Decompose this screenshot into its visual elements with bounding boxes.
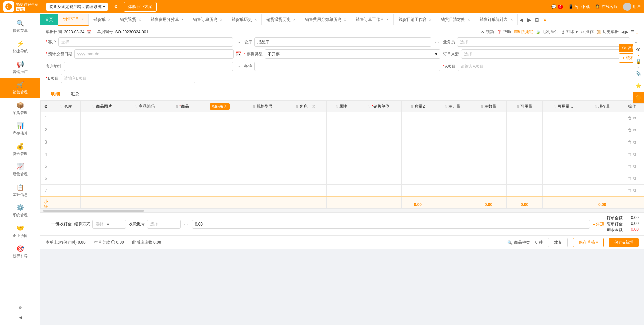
prev-record-btn[interactable]: ◀ [621,30,624,34]
cell-quantity2[interactable] [401,160,434,172]
sidebar-item-enterprise[interactable]: 🤝 企业协同 [0,221,40,242]
cell-spec[interactable] [241,160,284,172]
copy-icon[interactable]: ⧉ [633,140,636,145]
cell-main-qty[interactable] [470,148,506,160]
sidebar-item-guide[interactable]: 🎯 新手引导 [0,242,40,262]
tab-close-all-btn[interactable]: ✕ [541,14,549,25]
cell-image[interactable] [81,172,123,185]
cell-attributes[interactable] [327,160,356,172]
cell-spec[interactable] [241,124,284,136]
cell-customer-code[interactable] [284,136,327,148]
cell-current-qty[interactable] [584,112,620,124]
payment-method-select[interactable]: 选择... ▾ [92,220,126,229]
sidebar-item-purchase[interactable]: 📦 采购管理 [0,98,40,119]
add-btn[interactable]: ● 添加 [593,221,604,227]
cell-code[interactable] [123,185,166,197]
cell-main-unit[interactable] [434,172,470,185]
sidebar-item-system[interactable]: ⚙️ 系统管理 [0,201,40,221]
tab-order-workbench[interactable]: 销售订单工作台 × [351,14,394,25]
cell-main-unit[interactable] [434,112,470,124]
cell-actions[interactable]: 🗑 ⧉ [620,172,644,185]
cell-code[interactable] [123,124,166,136]
tab-close-icon[interactable]: × [387,18,389,22]
cell-main-qty[interactable] [470,136,506,148]
sidebar-settings-btn[interactable]: ⚙ [0,303,40,313]
amount-input[interactable]: 0.00 [192,220,590,229]
sidebar-item-marketing[interactable]: 📢 营销推广 [0,57,40,78]
receipt-dots-btn[interactable]: ··· [183,221,189,227]
delete-icon[interactable]: 🗑 [628,152,632,157]
cell-sales-unit[interactable] [356,136,401,148]
industry-btn[interactable]: 体验行业方案 [124,2,157,12]
cell-main-unit[interactable] [434,136,470,148]
cell-available-qty[interactable] [506,160,542,172]
address-input-wrap[interactable] [64,62,233,71]
cell-attributes[interactable] [327,172,356,185]
discard-btn[interactable]: 放弃 [548,238,568,247]
cell-image[interactable] [81,112,123,124]
settings-icon[interactable]: ⚙ [110,1,121,12]
cell-spec[interactable] [241,172,284,185]
print-dropdown-icon[interactable]: ▾ [576,30,578,34]
delete-icon[interactable]: 🗑 [628,176,632,181]
cell-product[interactable] [166,148,198,160]
system-selector[interactable]: 装备及固定资产辅助管理系统 ▾ [46,3,108,11]
copy-icon[interactable]: ⧉ [633,128,636,132]
one-click-checkout-checkbox[interactable]: 一键收订金 [46,221,72,227]
delete-icon[interactable]: 🗑 [628,188,632,193]
tab-close-icon[interactable]: × [255,18,257,22]
tab-close-icon[interactable]: × [510,18,513,22]
tab-close-icon[interactable]: × [220,18,222,22]
cell-main-unit[interactable] [434,185,470,197]
cell-attributes[interactable] [327,148,356,160]
cell-main-qty[interactable] [470,112,506,124]
tab-close-icon[interactable]: × [108,18,110,22]
cell-product[interactable] [166,112,198,124]
print-action[interactable]: 🖨 打印 ▾ [561,29,578,35]
cell-sales-unit[interactable] [356,172,401,185]
tab-sales-delivery[interactable]: 销货退货 × [115,14,146,25]
cell-code[interactable] [123,172,166,185]
cell-spec[interactable] [241,136,284,148]
tab-close-icon[interactable]: × [182,18,184,22]
tab-fee-split[interactable]: 销售费用分摊单 × [146,14,189,25]
tab-next-btn[interactable]: ▶ [525,14,533,25]
sidebar-item-sales[interactable]: 🛒 销售管理 [0,78,40,98]
tab-home[interactable]: 首页 [40,14,58,25]
cell-sales-unit[interactable] [356,148,401,160]
cell-main-unit[interactable] [434,160,470,172]
customer-dots-btn[interactable]: ··· [235,39,242,45]
tab-cash-daily[interactable]: 钱货日清工作台 × [394,14,437,25]
operations-action[interactable]: ⚙ 操作 [580,29,594,35]
next-record-btn[interactable]: ▶ [625,30,628,34]
tab-close-icon[interactable]: × [293,18,295,22]
cell-quantity2[interactable] [401,112,434,124]
cell-quantity2[interactable] [401,148,434,160]
payment-dropdown-icon[interactable]: ▾ [107,222,109,227]
tab-sales-order[interactable]: 销售订单 × [58,14,89,26]
cell-spec[interactable] [241,112,284,124]
cell-customer-code[interactable] [284,112,327,124]
sidebar-item-inventory[interactable]: 📊 库存核算 [0,119,40,139]
tab-expand-btn[interactable]: ⊞ [533,14,541,25]
message-btn[interactable]: 💬 9 [551,4,563,9]
customer-input-wrap[interactable]: 选择... [58,37,233,47]
cell-sales-unit[interactable] [356,112,401,124]
order-source-input-wrap[interactable]: 选择... ▾ [461,49,639,59]
sidebar-collapse-btn[interactable]: ◀ [0,313,40,322]
calendar-icon[interactable]: 📅 [86,30,91,34]
delete-icon[interactable]: 🗑 [628,116,632,120]
cell-available-detail[interactable] [542,185,584,197]
a-project-input-wrap[interactable]: 请输入A项目 [458,62,639,71]
app-download-btn[interactable]: 📱 App下载 [568,4,590,10]
cell-current-qty[interactable] [584,136,620,148]
cell-actions[interactable]: 🗑 ⧉ [620,148,644,160]
cell-available-qty[interactable] [506,172,542,185]
right-panel-btn-2[interactable]: 🔒 [633,56,644,67]
col-scan[interactable]: 扫码录入 [198,101,241,112]
save-draft-btn[interactable]: 保存草稿 ▾ [573,238,604,247]
delete-icon[interactable]: 🗑 [628,128,632,132]
cell-product[interactable] [166,136,198,148]
help-action[interactable]: ❓ 帮助 [497,29,511,35]
cell-available-detail[interactable] [542,148,584,160]
